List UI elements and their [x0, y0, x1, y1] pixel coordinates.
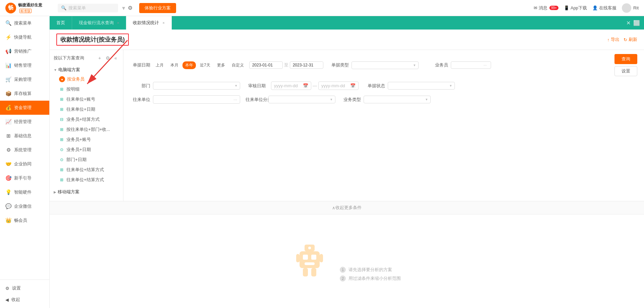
trial-button[interactable]: 体验行业方案	[139, 3, 176, 13]
sidebar-item-guide[interactable]: 🎯 新手引导	[0, 171, 49, 185]
user-area[interactable]: Rit	[622, 3, 639, 13]
sidebar-item-search[interactable]: 🔍 搜索菜单	[0, 16, 49, 30]
scheme-add-icon[interactable]: +	[96, 55, 103, 61]
scheme-item-partner-settle2[interactable]: ⊞ 往来单位+结算方式	[50, 175, 123, 185]
phone-icon: 📱	[564, 5, 569, 10]
review-date-to[interactable]: yyyy-mm-dd 📅	[318, 82, 359, 90]
export-button[interactable]: ↑ 导出	[607, 37, 620, 43]
main-content: 首页 现金银行流水查询 × 收款情况统计 × ✕ ⬜ 收款情况统计(按业务员) …	[50, 16, 644, 308]
logo-area: 畅 畅捷通好生意 标准版	[5, 2, 55, 13]
review-from-cal[interactable]: 📅	[303, 83, 308, 88]
scheme-item-partner-date[interactable]: ⊞ 往来单位+日期	[50, 104, 123, 114]
sidebar-collapse[interactable]: ◀ 收起	[0, 294, 49, 305]
partner-category-label: 往来单位分类	[246, 97, 266, 103]
refresh-button[interactable]: ↻ 刷新	[624, 37, 637, 43]
settings-button[interactable]: 设置	[614, 66, 637, 76]
scheme-header-label: 按以下方案查询	[54, 55, 84, 61]
tab-cashflow-close[interactable]: ×	[117, 21, 119, 25]
sidebar-item-purchase[interactable]: 🛒 采购管理	[0, 72, 49, 87]
date-from[interactable]: 2023-01-01	[249, 61, 283, 69]
sidebar-settings[interactable]: ⚙ 设置	[0, 283, 49, 294]
sidebar-item-system[interactable]: ⚙ 系统管理	[0, 143, 49, 157]
btn-custom-date[interactable]: 自定义	[229, 61, 247, 69]
window-close-btn[interactable]: ✕	[626, 20, 631, 26]
query-area: 按以下方案查询 + ⚙ « ▼ 电脑端方案 ● 按业务员 ⊞	[50, 50, 644, 201]
sidebar-item-operation[interactable]: 📈 经营管理	[0, 115, 49, 129]
collapse-row[interactable]: ∧ 收起更多条件	[50, 201, 644, 214]
tip-num-1: 1	[340, 267, 346, 273]
partner-input[interactable]: ···	[153, 95, 240, 104]
scheme-settings-icon[interactable]: ⚙	[104, 55, 111, 61]
sidebar-label-marketing: 营销推广	[14, 48, 32, 54]
messages-item[interactable]: ✉ 消息 99+	[534, 5, 558, 11]
scheme-item-salesperson-account[interactable]: ⊞ 业务员+账号	[50, 135, 123, 145]
empty-tip-1: 1 请先选择要分析的方案	[340, 267, 401, 273]
partner-category-field: 往来单位分类 ▾	[246, 96, 335, 103]
sidebar-item-wxwork[interactable]: 💬 企业微信	[0, 199, 49, 213]
sidebar-item-inventory[interactable]: 📦 库存核算	[0, 87, 49, 101]
search-bar[interactable]: 🔍 搜索菜单	[58, 4, 118, 12]
scheme-item-label-0: 按业务员	[67, 76, 85, 82]
sidebar-item-finance[interactable]: 💰 资金管理	[0, 101, 49, 115]
page-header: 收款情况统计(按业务员) ↑ 导出 ↻ 刷新	[50, 30, 644, 50]
scheme-group-desktop-header[interactable]: ▼ 电脑端方案	[50, 65, 123, 74]
export-icon: ↑	[607, 37, 610, 42]
window-max-btn[interactable]: ⬜	[633, 20, 640, 26]
scheme-group-desktop-label: 电脑端方案	[58, 67, 80, 73]
scheme-item-salesperson[interactable]: ● 按业务员	[50, 74, 123, 84]
btn-7days[interactable]: 近7天	[197, 61, 213, 69]
scheme-item-partner-account[interactable]: ⊞ 往来单位+账号	[50, 94, 123, 104]
review-to-cal[interactable]: 📅	[350, 83, 356, 88]
partner-category-select[interactable]: ▾	[268, 96, 335, 103]
sidebar-item-marketing[interactable]: 📢 营销推广	[0, 44, 49, 58]
tip-text-1: 请先选择要分析的方案	[348, 267, 392, 273]
sidebar-item-basic[interactable]: ⊞ 基础信息	[0, 129, 49, 143]
scheme-group-mobile-label: 移动端方案	[58, 189, 79, 195]
doc-status-select[interactable]: ▾	[388, 82, 455, 90]
tab-cashflow[interactable]: 现金银行流水查询 ×	[72, 16, 126, 30]
sidebar-label-finance: 资金管理	[14, 105, 32, 111]
sidebar-item-member[interactable]: 👑 畅会员	[0, 213, 49, 227]
online-service-item[interactable]: 👤 在线客服	[592, 5, 616, 11]
sidebar-item-collab[interactable]: 🤝 企业协同	[0, 157, 49, 171]
sidebar-item-quicknav[interactable]: ⚡ 快捷导航	[0, 30, 49, 44]
scheme-item-partner-dept[interactable]: ⊞ 按往来单位+部门+收...	[50, 124, 123, 135]
btn-last-month[interactable]: 上月	[153, 61, 166, 69]
sidebar-item-hardware[interactable]: 💡 智能硬件	[0, 185, 49, 199]
message-icon: ✉	[534, 5, 537, 10]
scheme-group-mobile-header[interactable]: ▶ 移动端方案	[50, 188, 123, 196]
date-to[interactable]: 2023-12-31	[290, 61, 323, 69]
scheme-item-partner-settle1[interactable]: ⊞ 往来单位+结算方式	[50, 165, 123, 175]
svg-rect-2	[311, 255, 316, 260]
doc-status-label: 单据状态	[365, 83, 385, 89]
scheme-item-salesperson-date[interactable]: ⊙ 业务员+日期	[50, 145, 123, 155]
btn-this-month[interactable]: 本月	[168, 61, 181, 69]
dept-select[interactable]: ▾	[153, 82, 240, 90]
scheme-item-icon-9: ⊞	[59, 167, 64, 172]
unit-type-select[interactable]: ▾	[352, 61, 419, 69]
review-date-from[interactable]: yyyy-mm-dd 📅	[271, 82, 311, 90]
scheme-collapse-icon[interactable]: «	[112, 55, 119, 61]
btn-more-dates[interactable]: 更多	[214, 61, 228, 69]
avatar	[622, 3, 631, 13]
tab-receipt-close[interactable]: ×	[162, 21, 164, 25]
scheme-item-icon-2: ⊞	[59, 97, 64, 102]
salesperson-select[interactable]: ···	[451, 61, 491, 69]
btn-this-year[interactable]: 本年	[182, 61, 196, 69]
query-fields-panel: 单据日期 上月 本月 本年 近7天 更多 自定义 2023-01-01 至	[123, 50, 644, 201]
sidebar-item-sales[interactable]: 📊 销售管理	[0, 58, 49, 72]
business-type-select[interactable]: ▾	[364, 96, 431, 103]
scheme-item-label-4: 业务员+结算方式	[66, 116, 100, 122]
review-sep: —	[313, 83, 317, 88]
gear-icon[interactable]: ⚙	[128, 5, 132, 11]
scheme-item-detail[interactable]: ⊞ 按明细	[50, 84, 123, 94]
scheme-item-salesperson-settle[interactable]: ⊟ 业务员+结算方式	[50, 114, 123, 124]
scheme-item-dept-date[interactable]: ⊙ 部门+日期	[50, 155, 123, 165]
tab-home[interactable]: 首页	[50, 16, 72, 30]
messages-badge: 99+	[549, 6, 558, 10]
query-button[interactable]: 查询	[614, 54, 637, 64]
group-expand-icon: ▼	[54, 68, 57, 72]
tab-receipt[interactable]: 收款情况统计 ×	[126, 16, 171, 30]
dropdown-icon[interactable]: ▾	[122, 4, 125, 12]
app-download-item[interactable]: 📱 App下载	[564, 5, 587, 11]
